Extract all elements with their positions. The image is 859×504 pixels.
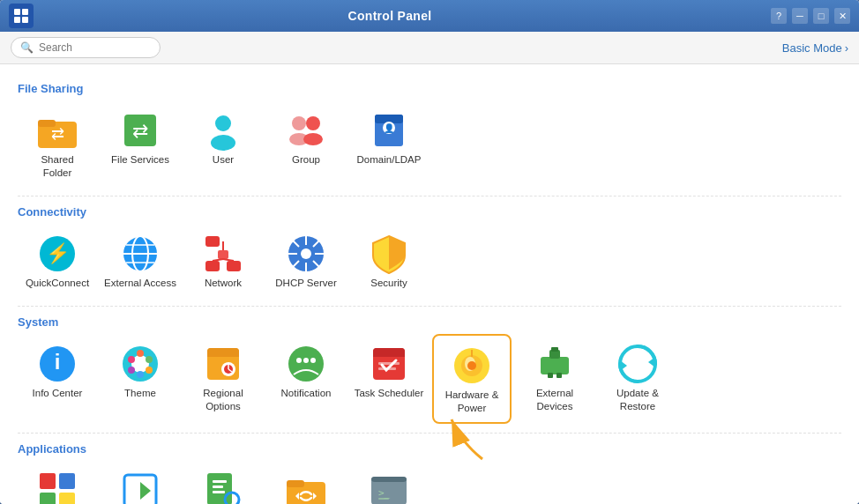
application-portal-icon (117, 468, 163, 504)
item-external-access[interactable]: External Access (101, 224, 180, 297)
svg-point-35 (301, 248, 311, 259)
item-shared-folder[interactable]: ⇄ SharedFolder (18, 100, 97, 187)
network-label: Network (205, 277, 242, 290)
item-theme[interactable]: Theme (101, 334, 180, 424)
external-access-label: External Access (104, 277, 176, 290)
svg-point-11 (292, 116, 306, 130)
privileges-icon (34, 468, 80, 504)
security-label: Security (370, 277, 407, 290)
hardware-power-label: Hardware &Power (445, 389, 499, 415)
item-group[interactable]: Group (266, 100, 346, 187)
applications-row: Privileges Application Portal (18, 461, 841, 504)
svg-rect-86 (40, 493, 56, 504)
search-icon: 🔍 (20, 41, 34, 54)
svg-line-32 (213, 259, 223, 261)
svg-point-62 (296, 358, 302, 363)
content-area: File Sharing ⇄ SharedFolder ⇄ (0, 64, 859, 504)
control-panel-window: Control Panel ? ─ □ ✕ 🔍 Basic Mode › Fil… (0, 0, 859, 504)
item-domain-ldap[interactable]: 👤 Domain/LDAP (349, 100, 429, 187)
item-indexing-service[interactable]: Indexing Service (183, 461, 263, 504)
svg-rect-30 (227, 261, 241, 271)
svg-rect-76 (541, 357, 569, 374)
svg-point-51 (137, 371, 144, 378)
svg-point-52 (128, 367, 135, 374)
svg-rect-91 (213, 480, 227, 483)
chevron-right-icon: › (845, 41, 848, 55)
item-security[interactable]: Security (349, 224, 429, 297)
item-task-scheduler[interactable]: Task Scheduler (349, 334, 429, 424)
help-button[interactable]: ? (771, 8, 787, 24)
maximize-button[interactable]: □ (813, 8, 829, 24)
svg-point-61 (288, 346, 324, 382)
svg-rect-56 (207, 353, 239, 357)
svg-rect-84 (40, 473, 56, 489)
dhcp-server-label: DHCP Server (275, 277, 336, 290)
item-hardware-power[interactable]: Hardware &Power (432, 334, 512, 424)
basic-mode-button[interactable]: Basic Mode › (782, 41, 848, 55)
external-devices-label: ExternalDevices (536, 387, 573, 413)
item-privileges[interactable]: Privileges (18, 461, 97, 504)
svg-rect-29 (205, 261, 220, 271)
window-title: Control Panel (9, 9, 771, 23)
svg-text:i: i (55, 350, 61, 374)
svg-rect-79 (548, 373, 553, 378)
item-update-restore[interactable]: Update & Restore (598, 334, 677, 424)
theme-label: Theme (124, 387, 156, 400)
user-label: User (213, 153, 234, 167)
info-center-icon: i (34, 341, 80, 387)
svg-rect-93 (213, 491, 225, 493)
item-application-portal[interactable]: Application Portal (101, 461, 180, 504)
external-devices-icon (532, 341, 578, 387)
item-external-devices[interactable]: ExternalDevices (515, 334, 594, 424)
quickconnect-label: QuickConnect (26, 277, 89, 290)
item-network[interactable]: Network (183, 224, 263, 297)
search-input[interactable] (39, 41, 151, 54)
shared-folder-label: SharedFolder (41, 153, 73, 180)
item-notification[interactable]: Notification (266, 334, 346, 424)
item-quickconnect[interactable]: ⚡ QuickConnect (18, 224, 97, 297)
group-icon (283, 107, 329, 153)
section-title-connectivity: Connectivity (18, 205, 841, 219)
item-info-center[interactable]: i Info Center (18, 334, 97, 424)
svg-text:👤: 👤 (384, 122, 395, 134)
external-access-icon (117, 231, 163, 277)
item-dhcp-server[interactable]: DHCP Server (266, 224, 346, 297)
domain-ldap-icon: 👤 (366, 107, 412, 153)
svg-point-13 (306, 116, 320, 130)
dhcp-server-icon (283, 231, 329, 277)
indexing-service-icon (200, 468, 246, 504)
item-shared-folder-sync[interactable]: Shared FolderSync (266, 461, 346, 504)
svg-point-50 (146, 367, 153, 374)
svg-marker-83 (620, 360, 627, 371)
svg-text:⇄: ⇄ (51, 125, 64, 143)
svg-rect-27 (205, 236, 220, 247)
item-regional-options[interactable]: RegionalOptions (183, 334, 263, 424)
svg-rect-28 (218, 250, 228, 259)
svg-text:⚡: ⚡ (46, 241, 71, 265)
item-user[interactable]: User (183, 100, 263, 187)
notification-icon (283, 341, 329, 387)
svg-text:>_: >_ (378, 487, 391, 499)
task-scheduler-icon (366, 341, 412, 387)
notification-label: Notification (281, 387, 332, 400)
svg-rect-78 (551, 347, 558, 352)
system-row: i Info Center (18, 334, 841, 434)
svg-rect-92 (213, 485, 223, 488)
item-file-services[interactable]: ⇄ File Services (101, 100, 180, 187)
theme-icon (117, 341, 163, 387)
file-sharing-row: ⇄ SharedFolder ⇄ File Services (18, 100, 841, 196)
group-label: Group (292, 153, 320, 167)
quickconnect-icon: ⚡ (34, 231, 80, 277)
svg-rect-97 (287, 480, 304, 487)
section-title-applications: Applications (18, 442, 841, 456)
section-title-system: System (18, 315, 841, 329)
svg-rect-101 (371, 477, 407, 482)
search-box[interactable]: 🔍 (11, 37, 161, 58)
svg-line-33 (223, 259, 234, 261)
item-terminal-snmp[interactable]: >_ Terminal & SNMP (349, 461, 429, 504)
close-button[interactable]: ✕ (834, 8, 850, 24)
svg-point-14 (303, 133, 323, 145)
svg-rect-87 (59, 493, 75, 504)
minimize-button[interactable]: ─ (792, 8, 808, 24)
highlight-arrow (443, 415, 496, 466)
